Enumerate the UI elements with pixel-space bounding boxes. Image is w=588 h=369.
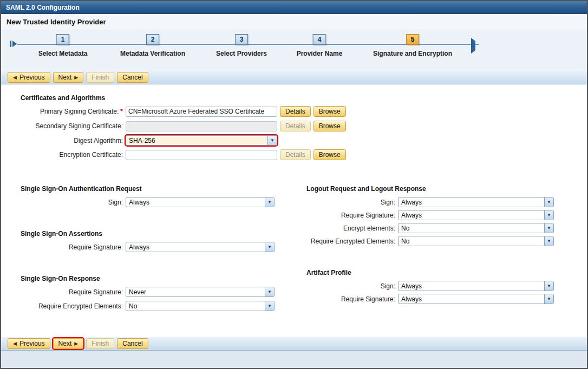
details-button[interactable]: Details xyxy=(280,106,311,117)
wizard-step-select-providers[interactable]: 3 Select Providers xyxy=(216,34,267,57)
chevron-down-icon[interactable]: ▼ xyxy=(267,136,277,145)
browse-button[interactable]: Browse xyxy=(313,149,346,160)
secondary-signing-certificate-row: Secondary Signing Certificate: Details B… xyxy=(16,121,587,131)
logout-request-response-group: Logout Request and Logout Response Sign:… xyxy=(302,185,587,246)
digest-algorithm-row: Digest Algorithm: SHA-256 ▼ xyxy=(16,135,587,146)
form-content: Certificates and Algorithms Primary Sign… xyxy=(1,84,587,337)
options-columns: Single Sign-On Authentication Request Si… xyxy=(16,185,587,315)
chevron-down-icon[interactable]: ▼ xyxy=(544,281,553,291)
group-heading: Artifact Profile xyxy=(306,269,587,276)
wizard-step-signature-and-encryption[interactable]: 5 Signature and Encryption xyxy=(373,34,452,57)
wizard-step-provider-name[interactable]: 4 Provider Name xyxy=(297,34,343,57)
group-heading: Single Sign-On Response xyxy=(21,275,302,282)
chevron-down-icon[interactable]: ▼ xyxy=(544,197,553,207)
right-column: Logout Request and Logout Response Sign:… xyxy=(302,185,587,315)
selected-value: SHA-256 xyxy=(126,137,267,144)
top-toolbar: ◀Previous Next▶ Finish Cancel xyxy=(1,70,587,84)
field-label: Require Signature: xyxy=(302,295,395,303)
chevron-down-icon[interactable]: ▼ xyxy=(265,197,274,207)
step-number[interactable]: 1 xyxy=(56,34,69,45)
field-label: Require Signature: xyxy=(16,243,123,251)
response-require-encrypted-elements-select[interactable]: No ▼ xyxy=(126,301,275,311)
digest-algorithm-select[interactable]: SHA-256 ▼ xyxy=(126,135,277,146)
arrow-right-icon: ▶ xyxy=(74,75,78,80)
step-label: Metadata Verification xyxy=(120,50,185,57)
browse-button[interactable]: Browse xyxy=(313,106,346,117)
chevron-down-icon[interactable]: ▼ xyxy=(544,223,553,233)
chevron-down-icon[interactable]: ▼ xyxy=(544,236,553,246)
window-title: SAML 2.0 Configuration xyxy=(6,4,80,11)
roadmap-end-arrow-icon xyxy=(471,41,475,51)
step-number[interactable]: 5 xyxy=(406,34,419,45)
browse-button[interactable]: Browse xyxy=(313,121,346,131)
bottom-toolbar: ◀Previous Next▶ Finish Cancel xyxy=(1,337,587,351)
field-label: Encryption Certificate: xyxy=(60,151,123,159)
next-button[interactable]: Next▶ xyxy=(53,72,84,83)
selected-value: Always xyxy=(398,295,544,303)
wizard-step-select-metadata[interactable]: 1 Select Metadata xyxy=(38,34,88,57)
require-signature-row: Require Signature: Always ▼ xyxy=(302,210,587,220)
details-button: Details xyxy=(280,121,311,131)
group-heading: Single Sign-On Authentication Request xyxy=(21,185,302,193)
field-label: Secondary Signing Certificate: xyxy=(36,122,123,130)
logout-encrypt-elements-select[interactable]: No ▼ xyxy=(398,223,554,233)
selected-value: Never xyxy=(126,288,265,296)
require-signature-row: Require Signature: Always ▼ xyxy=(302,294,587,304)
finish-button: Finish xyxy=(86,72,114,83)
assertions-require-signature-select[interactable]: Always ▼ xyxy=(126,242,275,252)
step-number[interactable]: 2 xyxy=(146,34,159,45)
require-signature-row: Require Signature: Never ▼ xyxy=(16,287,302,297)
group-heading: Logout Request and Logout Response xyxy=(306,185,587,193)
selected-value: No xyxy=(126,302,265,310)
roadmap-start-icon xyxy=(10,41,17,47)
selected-value: Always xyxy=(126,243,265,251)
primary-signing-certificate-row: Primary Signing Certificate:* Details Br… xyxy=(16,106,587,117)
step-number[interactable]: 4 xyxy=(313,34,326,45)
previous-button[interactable]: ◀Previous xyxy=(8,72,50,83)
previous-button[interactable]: ◀Previous xyxy=(8,338,50,349)
artifact-sign-select[interactable]: Always ▼ xyxy=(398,281,554,291)
sso-response-group: Single Sign-On Response Require Signatur… xyxy=(16,275,302,311)
chevron-down-icon[interactable]: ▼ xyxy=(544,210,553,220)
authn-request-sign-select[interactable]: Always ▼ xyxy=(126,197,275,207)
wizard-step-metadata-verification[interactable]: 2 Metadata Verification xyxy=(120,34,185,57)
wizard-header: New Trusted Identity Provider xyxy=(1,14,587,29)
details-button: Details xyxy=(280,149,311,160)
primary-signing-certificate-input[interactable] xyxy=(126,107,277,117)
field-label: Encrypt elements: xyxy=(302,225,395,232)
logout-require-signature-select[interactable]: Always ▼ xyxy=(398,210,554,220)
next-button[interactable]: Next▶ xyxy=(53,338,84,349)
field-label: Require Encrypted Elements: xyxy=(302,238,395,245)
artifact-profile-group: Artifact Profile Sign: Always ▼ Require … xyxy=(302,269,587,304)
step-label: Provider Name xyxy=(297,50,343,57)
step-number[interactable]: 3 xyxy=(235,34,248,45)
sign-row: Sign: Always ▼ xyxy=(16,197,302,207)
encryption-certificate-row: Encryption Certificate: Details Browse xyxy=(16,149,587,160)
encrypt-elements-row: Encrypt elements: No ▼ xyxy=(302,223,587,233)
cancel-button[interactable]: Cancel xyxy=(117,72,148,83)
chevron-down-icon[interactable]: ▼ xyxy=(265,301,274,311)
logout-require-encrypted-elements-select[interactable]: No ▼ xyxy=(398,236,554,246)
artifact-require-signature-select[interactable]: Always ▼ xyxy=(398,294,554,304)
step-label: Select Providers xyxy=(216,50,267,57)
field-label: Require Signature: xyxy=(16,288,123,296)
field-label: Digest Algorithm: xyxy=(74,137,123,144)
selected-value: No xyxy=(398,238,544,245)
wizard-title: New Trusted Identity Provider xyxy=(6,18,106,26)
require-encrypted-elements-row: Require Encrypted Elements: No ▼ xyxy=(16,301,302,311)
response-require-signature-select[interactable]: Never ▼ xyxy=(126,287,275,297)
chevron-down-icon[interactable]: ▼ xyxy=(544,294,553,304)
left-column: Single Sign-On Authentication Request Si… xyxy=(16,185,302,315)
require-encrypted-elements-row: Require Encrypted Elements: No ▼ xyxy=(302,236,587,246)
logout-sign-select[interactable]: Always ▼ xyxy=(398,197,554,207)
encryption-certificate-input[interactable] xyxy=(126,150,277,160)
cancel-button[interactable]: Cancel xyxy=(117,338,148,349)
arrow-left-icon: ◀ xyxy=(13,75,17,80)
field-label: Require Encrypted Elements: xyxy=(16,302,123,310)
chevron-down-icon[interactable]: ▼ xyxy=(265,287,274,296)
group-heading: Single Sign-On Assertions xyxy=(21,230,302,238)
chevron-down-icon[interactable]: ▼ xyxy=(265,242,274,252)
field-label: Require Signature: xyxy=(302,212,395,219)
arrow-left-icon: ◀ xyxy=(13,341,17,346)
dialog-footer xyxy=(1,351,587,368)
